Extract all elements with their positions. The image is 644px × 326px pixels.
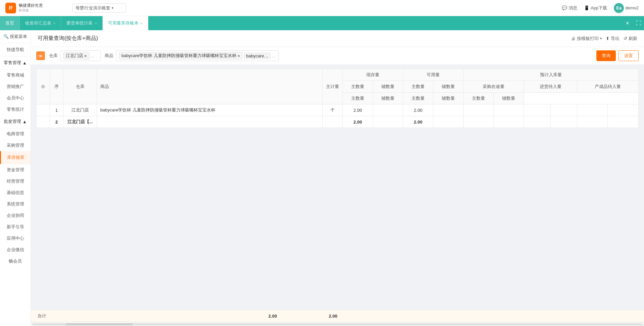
- tab-avail-close[interactable]: ×: [141, 21, 143, 25]
- app-download-btn[interactable]: 📱 App下载: [584, 5, 607, 11]
- sidebar-item-operations[interactable]: 经营管理: [0, 176, 31, 187]
- sidebar-item-finance[interactable]: 资金管理: [0, 164, 31, 176]
- message-label: 消息: [569, 5, 577, 11]
- tab-available-stock[interactable]: 可用量库存账本 ×: [103, 16, 148, 30]
- print-icon: 🖨: [571, 36, 576, 41]
- tab-collection-summary[interactable]: 收发存汇总表 ×: [20, 16, 61, 30]
- page-header: 可用量查询(按仓库+商品) 🖨 按模板打印 ▾ ⬆ 导出 ↺ 刷新: [31, 30, 644, 47]
- sidebar-item-purchase[interactable]: 采购管理: [0, 140, 31, 151]
- sidebar-item-basic-info[interactable]: 基础信息: [0, 187, 31, 198]
- tab-order-stats[interactable]: 要货单统计表 ×: [61, 16, 102, 30]
- sidebar-item-inventory[interactable]: 库存核算: [0, 151, 31, 164]
- warehouse-tag[interactable]: 江北门店 ×: [63, 52, 89, 59]
- sidebar-item-retail-stats[interactable]: 零售统计: [0, 104, 31, 115]
- th-stock-group: 现存量: [343, 69, 403, 81]
- th-avail-sub: 辅数量: [433, 81, 464, 93]
- th-product-group: 产成品待入量: [577, 81, 638, 93]
- query-button[interactable]: 查询: [596, 50, 616, 61]
- gear-icon[interactable]: ⚙: [41, 84, 45, 89]
- page-actions: 🖨 按模板打印 ▾ ⬆ 导出 ↺ 刷新: [571, 36, 637, 42]
- scroll-thumb[interactable]: [66, 323, 133, 325]
- filter-toggle-btn[interactable]: ≫: [36, 51, 45, 60]
- sidebar-item-newbie[interactable]: 新手引导: [0, 221, 31, 233]
- tabs-spacer: [148, 16, 622, 30]
- footer-stock-main: 2.00: [258, 314, 288, 319]
- footer-label: 合计: [34, 313, 50, 319]
- main-layout: 🔍 搜索菜单 快捷导航 零售管理 ▲ 零售商城 营销推广 会员中心 零售统计 批…: [0, 30, 644, 326]
- tab-order-close[interactable]: ×: [95, 21, 97, 25]
- quick-nav[interactable]: 快捷导航: [0, 43, 31, 56]
- sidebar-item-ecommerce[interactable]: 电商管理: [0, 128, 31, 140]
- inventory-label: 库存核算: [7, 154, 24, 160]
- message-icon: 💬: [562, 5, 567, 10]
- th-warehouse: 仓库: [63, 69, 97, 104]
- th-goods: 商品: [97, 69, 323, 104]
- account-dropdown[interactable]: 母婴行业演示账套 ▾: [72, 3, 126, 13]
- sidebar-item-app-center[interactable]: 应用中心: [0, 233, 31, 244]
- sidebar-item-system[interactable]: 系统管理: [0, 198, 31, 210]
- sidebar-item-marketing[interactable]: 营销推广: [0, 81, 31, 92]
- close-tab-btn[interactable]: ×: [622, 16, 633, 30]
- th-inbound-sub: 辅数量: [433, 93, 464, 104]
- quick-nav-label: 快捷导航: [7, 47, 24, 52]
- warehouse-tag-close[interactable]: ×: [84, 53, 87, 58]
- sidebar-item-retail-mgmt[interactable]: 零售管理 ▲: [0, 56, 31, 69]
- warehouse-tag-label: 江北门店: [66, 53, 83, 59]
- row1-product-sub: [608, 104, 639, 116]
- print-btn[interactable]: 🖨 按模板打印 ▾: [571, 36, 602, 42]
- row1-settings: [37, 104, 50, 116]
- goods-tag1-close[interactable]: ×: [237, 53, 240, 58]
- goods-tags[interactable]: babycare学饮杯 儿童防摔防撞吸管杯重力球吸嘴杯宝宝水杯 × babyca…: [116, 50, 279, 61]
- th-unit: 主计量: [323, 69, 343, 104]
- refresh-btn[interactable]: ↺ 刷新: [624, 36, 637, 42]
- tab-collection-close[interactable]: ×: [53, 21, 55, 25]
- goods-label: 商品: [105, 53, 113, 59]
- print-chevron: ▾: [600, 37, 602, 40]
- export-label: 导出: [611, 36, 620, 42]
- fullscreen-btn[interactable]: ⛶: [633, 16, 644, 30]
- tab-order-label: 要货单统计表: [66, 20, 93, 26]
- sidebar-item-wholesale-mgmt[interactable]: 批发管理 ▲: [0, 115, 31, 128]
- setting-button[interactable]: 设置: [619, 50, 639, 61]
- scroll-area[interactable]: [31, 322, 644, 326]
- export-btn[interactable]: ⬆ 导出: [606, 36, 620, 42]
- sidebar-item-member[interactable]: 会员中心: [0, 92, 31, 104]
- row1-warehouse: 江北门店: [63, 104, 97, 116]
- message-btn[interactable]: 💬 消息: [562, 5, 577, 11]
- account-label: 母婴行业演示账套: [75, 5, 110, 11]
- sidebar-search[interactable]: 🔍 搜索菜单: [0, 30, 31, 43]
- warehouse-tags[interactable]: 江北门店 × ...: [60, 50, 101, 61]
- chevron-icon2: ▲: [22, 119, 27, 124]
- sidebar-item-member2[interactable]: 畅会员: [0, 255, 31, 267]
- tab-home[interactable]: 首页: [0, 16, 20, 30]
- sidebar-item-retail-mall[interactable]: 零售商城: [0, 69, 31, 81]
- th-purchase-group: 采购在途量: [464, 81, 524, 93]
- export-icon: ⬆: [606, 36, 609, 41]
- row2-purchase-sub: [494, 116, 524, 128]
- goods-more[interactable]: ...: [272, 53, 276, 58]
- th-stock-main: 主数量: [343, 81, 373, 93]
- th-inbound-group: 进货待入量: [524, 81, 577, 93]
- warehouse-more[interactable]: ...: [91, 53, 94, 58]
- sidebar-item-wechat[interactable]: 企业微信: [0, 244, 31, 255]
- phone-icon: 📱: [584, 5, 589, 10]
- table-footer: 合计 2.00 2.00: [31, 310, 644, 322]
- th-settings[interactable]: ⚙: [37, 69, 50, 104]
- goods-tag1[interactable]: babycare学饮杯 儿童防摔防撞吸管杯重力球吸嘴杯宝宝水杯 ×: [119, 52, 243, 59]
- refresh-label: 刷新: [629, 36, 637, 42]
- table-row: 1 江北门店 babycare学饮杯 儿童防摔防撞吸管杯重力球吸嘴杯宝宝水杯 个…: [37, 104, 639, 116]
- goods-tag2[interactable]: babycare…: [244, 53, 271, 59]
- logo-sub: 标准版: [19, 8, 43, 13]
- search-icon: 🔍: [3, 34, 9, 39]
- sidebar-item-enterprise[interactable]: 企业协同: [0, 210, 31, 221]
- sidebar: 🔍 搜索菜单 快捷导航 零售管理 ▲ 零售商城 营销推广 会员中心 零售统计 批…: [0, 30, 31, 326]
- data-table: ⚙ 序 仓库 商品 主计量: [36, 69, 639, 128]
- row2-unit: [323, 116, 343, 128]
- print-label: 按模板打印: [577, 36, 599, 42]
- page-title-row: 可用量查询(按仓库+商品) 🖨 按模板打印 ▾ ⬆ 导出 ↺ 刷新: [38, 35, 637, 42]
- user-profile[interactable]: Ea demo2: [614, 3, 639, 13]
- row1-stock-main: 2.00: [343, 104, 373, 116]
- goods-tag1-label: babycare学饮杯 儿童防摔防撞吸管杯重力球吸嘴杯宝宝水杯: [121, 53, 236, 59]
- row2-product-main: [577, 116, 608, 128]
- row2-purchase-main: [464, 116, 494, 128]
